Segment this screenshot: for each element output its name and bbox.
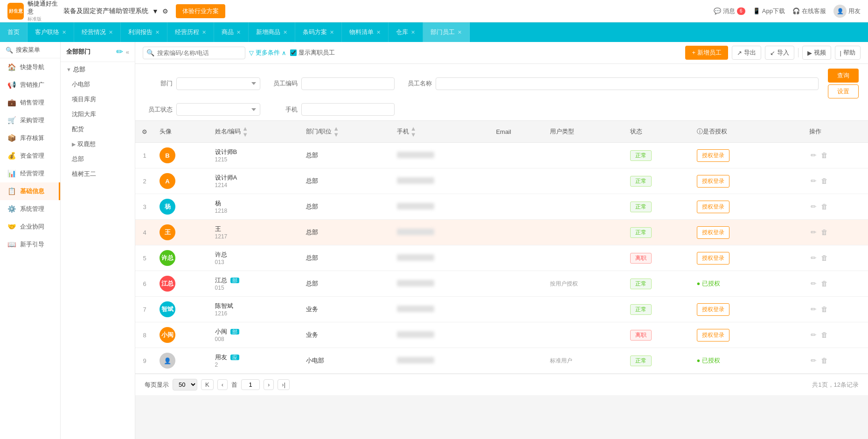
user-area[interactable]: 👤 用友: [833, 5, 861, 18]
delete-icon[interactable]: 🗑: [821, 228, 828, 236]
sidebar-item-search[interactable]: 🔍 搜索菜单: [0, 42, 60, 58]
delete-icon[interactable]: 🗑: [821, 331, 828, 339]
auth-login-btn[interactable]: 授权登录: [697, 252, 729, 265]
th-dept[interactable]: 部门/职位 ▲▼: [300, 121, 391, 143]
last-page-btn[interactable]: ›|: [278, 379, 290, 390]
title-dropdown-icon[interactable]: ▼: [152, 7, 159, 15]
trial-button[interactable]: 体验行业方案: [176, 4, 225, 18]
phone-input[interactable]: [301, 103, 395, 116]
message-btn[interactable]: 💬 消息 6: [714, 7, 745, 15]
first-page-btn[interactable]: K: [201, 379, 214, 390]
dept-node-zongbu[interactable]: 总部: [61, 152, 135, 167]
view-button[interactable]: ▶ 视频: [802, 46, 831, 60]
delete-icon[interactable]: 🗑: [821, 279, 828, 287]
tab-home[interactable]: 首页: [0, 22, 28, 42]
dept-node-shuanglu[interactable]: ▶ 双鹿想: [61, 137, 135, 152]
edit-icon[interactable]: ✏: [811, 279, 817, 287]
sidebar-item-inventory[interactable]: 📦 库存核算: [0, 129, 60, 147]
status-badge: 正常: [630, 227, 652, 238]
config-button[interactable]: 设置: [828, 84, 859, 98]
tab-profit[interactable]: 利润报告✕: [121, 22, 167, 42]
delete-icon[interactable]: 🗑: [821, 254, 828, 262]
dept-collapse-btn[interactable]: «: [126, 49, 129, 56]
row-num: 7: [135, 297, 154, 322]
dept-node-xiaodian[interactable]: 小电部: [61, 77, 135, 92]
emp-code-input[interactable]: [301, 77, 395, 90]
search-wrap: 🔍: [143, 47, 245, 59]
tab-dept-staff[interactable]: 部门员工✕: [423, 22, 470, 42]
tab-new-goods[interactable]: 新增商品✕: [249, 22, 295, 42]
user-type-cell: [544, 245, 625, 271]
show-resigned-checkbox[interactable]: [290, 49, 297, 56]
delete-icon[interactable]: 🗑: [821, 202, 828, 210]
auth-login-btn[interactable]: 授权登录: [697, 149, 729, 162]
prev-page-btn[interactable]: ‹: [217, 379, 228, 390]
export-button[interactable]: ↗ 导出: [732, 46, 761, 60]
edit-icon[interactable]: ✏: [811, 356, 817, 364]
tab-warehouse[interactable]: 仓库✕: [389, 22, 423, 42]
edit-icon[interactable]: ✏: [811, 151, 817, 159]
sidebar-item-basic-info[interactable]: 📋 基础信息: [0, 182, 60, 200]
dept-edit-btn[interactable]: ✏: [116, 47, 123, 57]
emp-name-input[interactable]: [436, 77, 819, 90]
sidebar-item-purchase[interactable]: 🛒 采购管理: [0, 111, 60, 129]
name-cell: 杨 1218: [209, 194, 300, 220]
page-size-select[interactable]: 50: [173, 379, 197, 390]
sidebar-item-guide[interactable]: 📖 新手引导: [0, 236, 60, 253]
th-settings[interactable]: ⚙: [135, 121, 154, 143]
sales-icon: 💼: [7, 98, 16, 107]
filter-more-btn[interactable]: ▽ 更多条件 ∧: [249, 49, 286, 57]
add-employee-button[interactable]: + 新增员工: [685, 46, 728, 60]
show-resigned-label[interactable]: 显示离职员工: [290, 49, 335, 57]
status-select[interactable]: [176, 103, 260, 116]
dept-node-shenyang[interactable]: 沈阳大库: [61, 107, 135, 122]
delete-icon[interactable]: 🗑: [821, 177, 828, 185]
edit-icon[interactable]: ✏: [811, 254, 817, 262]
edit-icon[interactable]: ✏: [811, 202, 817, 210]
tab-goods[interactable]: 商品✕: [214, 22, 249, 42]
edit-icon[interactable]: ✏: [811, 177, 817, 185]
delete-icon[interactable]: 🗑: [821, 151, 828, 159]
tab-history[interactable]: 经营历程✕: [167, 22, 214, 42]
sidebar-item-collaboration[interactable]: 🤝 企业协同: [0, 218, 60, 236]
tab-customer[interactable]: 客户联络✕: [28, 22, 74, 42]
th-phone[interactable]: 手机 ▲▼: [391, 121, 491, 143]
tab-bom[interactable]: 物料清单✕: [342, 22, 389, 42]
th-name[interactable]: 姓名/编码 ▲▼: [209, 121, 300, 143]
service-btn[interactable]: 🎧 在线客服: [792, 7, 826, 15]
auth-login-btn[interactable]: 授权登录: [697, 201, 729, 213]
sidebar-item-system[interactable]: ⚙️ 系统管理: [0, 200, 60, 218]
sidebar-item-management[interactable]: 📊 经营管理: [0, 165, 60, 182]
search-bar: 🔍 ▽ 更多条件 ∧ 显示离职员工 + 新增员工 ↗ 导出: [135, 42, 868, 64]
tab-barcode[interactable]: 条码方案✕: [295, 22, 342, 42]
tab-operation[interactable]: 经营情况✕: [74, 22, 121, 42]
page-number-input[interactable]: [241, 379, 260, 390]
sidebar-item-quick-nav[interactable]: 🏠 快捷导航: [0, 58, 60, 76]
dept-node-zhishu[interactable]: 植树王二: [61, 167, 135, 181]
import-button[interactable]: ↙ 导入: [765, 46, 794, 60]
sidebar-item-marketing[interactable]: 📢 营销推广: [0, 76, 60, 94]
auth-login-btn[interactable]: 授权登录: [697, 303, 729, 316]
dept-node-peihuo[interactable]: 配货: [61, 122, 135, 137]
help-button[interactable]: | 帮助: [835, 46, 861, 60]
sidebar-item-finance[interactable]: 💰 资金管理: [0, 147, 60, 165]
edit-icon[interactable]: ✏: [811, 331, 817, 339]
edit-icon[interactable]: ✏: [811, 228, 817, 236]
dept-node-project[interactable]: 项目库房: [61, 92, 135, 107]
query-button[interactable]: 查询: [828, 69, 859, 83]
auth-login-btn[interactable]: 授权登录: [697, 329, 729, 341]
app-download-btn[interactable]: 📱 App下载: [753, 7, 785, 15]
sidebar-item-sales[interactable]: 💼 销售管理: [0, 94, 60, 111]
search-input[interactable]: [143, 47, 245, 59]
auth-login-btn[interactable]: 授权登录: [697, 226, 729, 239]
dept-select[interactable]: [176, 77, 260, 90]
edit-icon[interactable]: ✏: [811, 305, 817, 313]
dept-node-zongbu-parent[interactable]: ▼ 总部: [61, 62, 135, 77]
row-num: 2: [135, 168, 154, 194]
auth-login-btn[interactable]: 授权登录: [697, 175, 729, 188]
delete-icon[interactable]: 🗑: [821, 356, 828, 364]
delete-icon[interactable]: 🗑: [821, 305, 828, 313]
pagination: 每页显示 50 K ‹ 首 › ›| 共1页，12条记录: [135, 374, 868, 395]
settings-icon[interactable]: ⚙: [162, 7, 168, 15]
next-page-btn[interactable]: ›: [264, 379, 274, 390]
